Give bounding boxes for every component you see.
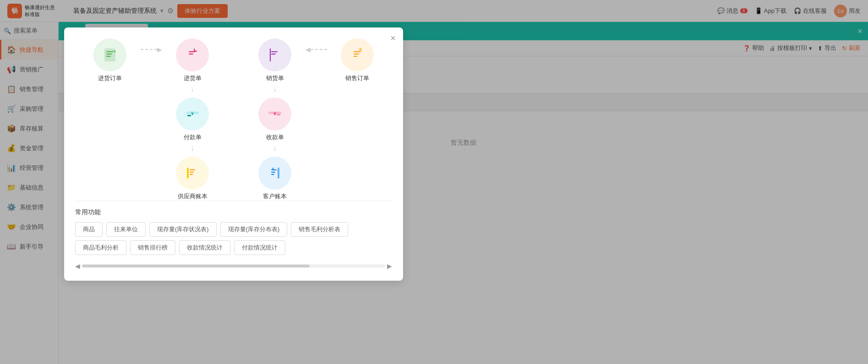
flow-row-2: ¥ 付款单 ¥ 收款单	[75, 98, 392, 141]
svg-rect-14	[354, 56, 357, 57]
purchase-slip-down-arrow: ↓	[191, 84, 195, 94]
flow-receipt-slip[interactable]: ¥ 收款单	[247, 98, 302, 141]
func-btn-5[interactable]: 商品毛利分析	[75, 240, 126, 255]
svg-rect-1	[106, 51, 114, 52]
flow-supplier-ledger[interactable]: 供应商账本	[165, 157, 220, 201]
flow-arrows-down-2: ↓ ↓	[75, 141, 392, 155]
svg-rect-9	[271, 54, 276, 54]
purchase-slip-label: 进货单	[184, 74, 202, 82]
flow-purchase-slip[interactable]: 进货单	[165, 38, 220, 82]
arrow-sale-order-to-slip: ◀	[302, 46, 330, 75]
svg-point-34	[272, 168, 274, 169]
receipt-slip-icon: ¥	[258, 98, 291, 130]
func-btn-1[interactable]: 往来单位	[106, 222, 146, 237]
scrollbar-thumb	[82, 265, 310, 267]
sale-order-label: 销售订单	[345, 74, 369, 82]
receipt-slip-label: 收款单	[266, 133, 284, 141]
svg-text:¥: ¥	[273, 111, 277, 116]
svg-rect-23	[277, 114, 280, 115]
flow-row-3: 供应商账本 客户账本	[75, 157, 392, 201]
flow-sale-slip[interactable]: 销货单	[247, 38, 302, 82]
customer-ledger-label: 客户账本	[263, 192, 287, 201]
svg-rect-15	[359, 48, 362, 51]
scroll-right-icon[interactable]: ▶	[387, 262, 392, 270]
arrow-purchase-order-to-slip: ▶	[137, 46, 165, 75]
func-buttons-container: 商品往来单位现存量(库存状况表)现存量(库存分布表)销售毛利分析表商品毛利分析销…	[75, 222, 392, 255]
svg-rect-33	[271, 174, 274, 175]
svg-rect-3	[106, 56, 111, 57]
flow-sale-order[interactable]: 销售订单	[330, 38, 385, 82]
sale-slip-label: 销货单	[266, 74, 284, 82]
flow-payment-slip[interactable]: ¥ 付款单	[165, 98, 220, 141]
payment-slip-icon: ¥	[176, 98, 209, 130]
supplier-ledger-label: 供应商账本	[178, 192, 207, 201]
svg-rect-25	[187, 168, 189, 179]
flow-diagram: 进货订单 ▶ 进货单	[75, 38, 392, 201]
svg-rect-2	[106, 54, 112, 54]
payment-down-arrow: ↓	[191, 143, 195, 153]
func-btn-7[interactable]: 收款情况统计	[179, 240, 230, 255]
flow-row-1: 进货订单 ▶ 进货单	[75, 38, 392, 82]
purchase-order-label: 进货订单	[98, 74, 122, 82]
sale-slip-icon	[258, 38, 291, 71]
svg-rect-7	[269, 49, 279, 61]
func-btn-0[interactable]: 商品	[75, 222, 103, 237]
func-btn-3[interactable]: 现存量(库存分布表)	[220, 222, 288, 237]
svg-rect-13	[354, 54, 359, 54]
func-btn-4[interactable]: 销售毛利分析表	[291, 222, 348, 237]
receipt-down-arrow: ↓	[273, 143, 277, 153]
common-functions: 常用功能 商品往来单位现存量(库存状况表)现存量(库存分布表)销售毛利分析表商品…	[75, 201, 392, 255]
svg-rect-24	[188, 167, 197, 179]
func-btn-2[interactable]: 现存量(库存状况表)	[149, 222, 217, 237]
popup-close-button[interactable]: ×	[390, 33, 396, 43]
svg-text:¥: ¥	[191, 111, 194, 116]
sale-order-icon	[341, 38, 374, 71]
flow-purchase-order[interactable]: 进货订单	[82, 38, 137, 82]
popup-overlay: × 进货订单 ▶	[0, 0, 868, 364]
svg-rect-8	[271, 51, 278, 52]
purchase-order-icon	[93, 38, 126, 71]
svg-rect-27	[190, 172, 194, 173]
svg-rect-28	[190, 174, 193, 175]
func-btn-8[interactable]: 付款情况统计	[234, 240, 285, 255]
scroll-left-icon[interactable]: ◀	[75, 262, 80, 270]
customer-ledger-icon	[258, 157, 291, 190]
common-functions-title: 常用功能	[75, 208, 392, 217]
svg-rect-18	[187, 115, 191, 116]
sale-slip-down-arrow: ↓	[273, 84, 277, 94]
supplier-ledger-icon	[176, 157, 209, 190]
svg-rect-6	[189, 54, 193, 54]
svg-rect-12	[354, 51, 361, 52]
func-btn-6[interactable]: 销售排行榜	[130, 240, 175, 255]
svg-rect-32	[271, 172, 275, 173]
payment-slip-label: 付款单	[184, 133, 202, 141]
purchase-slip-icon	[176, 38, 209, 71]
quick-nav-popup: × 进货订单 ▶	[64, 27, 403, 281]
svg-rect-26	[190, 169, 195, 170]
svg-rect-31	[271, 169, 277, 170]
flow-arrows-down: ↓ ↓	[75, 82, 392, 96]
svg-rect-30	[278, 168, 279, 179]
flow-customer-ledger[interactable]: 客户账本	[247, 157, 302, 201]
svg-rect-0	[104, 49, 115, 61]
